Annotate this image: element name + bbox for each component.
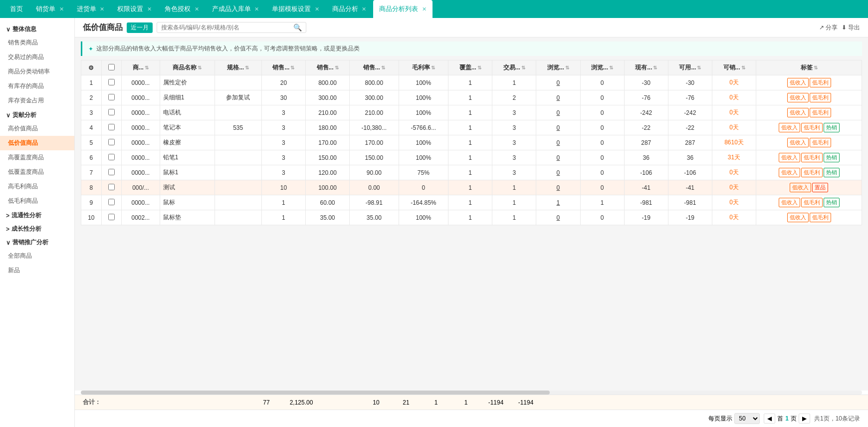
export-btn[interactable]: ⬇ 导出	[842, 23, 860, 32]
row-checkbox[interactable]	[101, 105, 121, 120]
col-spec[interactable]: 规格...⇅	[215, 60, 261, 75]
row-q7[interactable]: 0	[536, 135, 580, 150]
row-checkbox[interactable]	[101, 120, 121, 135]
col-tags[interactable]: 标签⇅	[756, 60, 862, 75]
sidebar-group-growth[interactable]: > 成长性分析	[0, 222, 74, 235]
row-check[interactable]	[108, 184, 115, 190]
browse-link[interactable]: 0	[557, 94, 560, 101]
sidebar-item-new-products[interactable]: 新品	[0, 263, 74, 278]
row-check[interactable]	[108, 109, 115, 115]
sidebar-item-low-coverage[interactable]: 低覆盖度商品	[0, 165, 74, 179]
sidebar-item-category-rate[interactable]: 商品分类动销率	[0, 64, 74, 79]
sidebar-item-sales-products[interactable]: 销售类商品	[0, 35, 74, 50]
browse-link[interactable]: 0	[557, 79, 560, 86]
row-q7[interactable]: 0	[536, 90, 580, 105]
col-margin[interactable]: 毛利率⇅	[399, 60, 448, 75]
first-page-btn[interactable]: ◀	[764, 414, 775, 424]
row-checkbox[interactable]	[101, 150, 121, 165]
sidebar-group-contribution[interactable]: ∨ 贡献分析	[0, 108, 74, 121]
col-sales-qty[interactable]: 销售...⇅	[261, 60, 305, 75]
sidebar-item-high-value[interactable]: 高价值商品	[0, 121, 74, 136]
sidebar-group-overall[interactable]: ∨ 整体信息	[0, 22, 74, 35]
nav-purchase[interactable]: 进货单 ✕	[71, 0, 111, 18]
select-all-checkbox[interactable]	[108, 64, 115, 70]
browse-link[interactable]: 0	[557, 124, 560, 131]
horizontal-scrollbar[interactable]	[81, 391, 862, 395]
nav-product-list[interactable]: 商品分析列表 ✕	[373, 0, 433, 18]
filter-month-btn[interactable]: 近一月	[127, 22, 153, 33]
row-check[interactable]	[108, 124, 115, 130]
row-checkbox[interactable]	[101, 195, 121, 210]
col-current[interactable]: 现有...⇅	[624, 60, 668, 75]
row-q7[interactable]: 1	[536, 195, 580, 210]
row-check[interactable]	[108, 154, 115, 160]
close-icon[interactable]: ✕	[315, 6, 319, 12]
row-check[interactable]	[108, 214, 115, 220]
col-sales-amt[interactable]: 销售...⇅	[305, 60, 349, 75]
browse-link[interactable]: 0	[557, 109, 560, 116]
sidebar-item-in-stock[interactable]: 有库存的商品	[0, 79, 74, 93]
row-checkbox[interactable]	[101, 210, 121, 225]
close-icon[interactable]: ✕	[100, 6, 104, 12]
share-btn[interactable]: ↗ 分享	[819, 23, 838, 32]
col-check[interactable]	[101, 60, 121, 75]
nav-sales[interactable]: 销货单 ✕	[30, 0, 70, 18]
col-saleable[interactable]: 可销...⇅	[712, 60, 756, 75]
nav-product-analysis[interactable]: 商品分析 ✕	[326, 0, 373, 18]
sidebar-item-traded[interactable]: 交易过的商品	[0, 50, 74, 64]
nav-home[interactable]: 首页	[4, 0, 29, 18]
row-q7[interactable]: 0	[536, 210, 580, 225]
row-check[interactable]	[108, 139, 115, 145]
close-icon[interactable]: ✕	[254, 6, 259, 12]
sidebar-item-high-coverage[interactable]: 高覆盖度商品	[0, 150, 74, 165]
col-gear[interactable]: ⚙	[81, 60, 102, 75]
row-check[interactable]	[108, 94, 115, 100]
row-checkbox[interactable]	[101, 165, 121, 180]
sidebar-item-all-products[interactable]: 全部商品	[0, 249, 74, 263]
row-q7[interactable]: 0	[536, 180, 580, 195]
next-page-btn[interactable]: ▶	[799, 414, 810, 424]
search-input[interactable]	[161, 24, 293, 31]
nav-permission[interactable]: 权限设置 ✕	[111, 0, 158, 18]
close-icon[interactable]: ✕	[195, 6, 199, 12]
col-name[interactable]: 商品名称⇅	[160, 60, 215, 75]
nav-product-in[interactable]: 产成品入库单 ✕	[206, 0, 265, 18]
col-available[interactable]: 可用...⇅	[668, 60, 712, 75]
col-sales-other[interactable]: 销售...⇅	[350, 60, 399, 75]
row-check[interactable]	[108, 169, 115, 175]
row-q7[interactable]: 0	[536, 105, 580, 120]
row-check[interactable]	[108, 79, 115, 85]
row-check[interactable]	[108, 199, 115, 205]
close-icon[interactable]: ✕	[422, 6, 427, 12]
browse-link[interactable]: 0	[557, 139, 560, 146]
close-icon[interactable]: ✕	[362, 6, 366, 12]
sidebar-item-high-margin[interactable]: 高毛利商品	[0, 179, 74, 194]
sidebar-group-marketing[interactable]: ∨ 营销推广分析	[0, 235, 74, 249]
row-q7[interactable]: 0	[536, 120, 580, 135]
browse-link[interactable]: 0	[557, 214, 560, 221]
scrollbar-thumb[interactable]	[81, 391, 550, 395]
sidebar-item-stock-capital[interactable]: 库存资金占用	[0, 93, 74, 108]
close-icon[interactable]: ✕	[59, 6, 64, 12]
row-checkbox[interactable]	[101, 135, 121, 150]
browse-link[interactable]: 1	[557, 199, 560, 206]
browse-link[interactable]: 0	[557, 184, 560, 191]
col-browse1[interactable]: 浏览...⇅	[536, 60, 580, 75]
sidebar-item-low-value[interactable]: 低价值商品	[0, 136, 74, 150]
col-coverage[interactable]: 覆盖...⇅	[448, 60, 492, 75]
nav-template[interactable]: 单据模板设置 ✕	[266, 0, 325, 18]
close-icon[interactable]: ✕	[147, 6, 152, 12]
row-checkbox[interactable]	[101, 75, 121, 90]
table-container[interactable]: ⚙ 商...⇅ 商品名称⇅ 规格...⇅ 销售...⇅ 销售...⇅ 销售...…	[75, 60, 868, 391]
search-icon[interactable]: 🔍	[293, 23, 302, 31]
row-q7[interactable]: 0	[536, 150, 580, 165]
nav-role[interactable]: 角色授权 ✕	[159, 0, 205, 18]
row-checkbox[interactable]	[101, 90, 121, 105]
col-trade[interactable]: 交易...⇅	[492, 60, 536, 75]
per-page-select[interactable]: 50 100 200	[734, 413, 760, 424]
col-browse2[interactable]: 浏览...⇅	[580, 60, 624, 75]
row-q7[interactable]: 0	[536, 165, 580, 180]
browse-link[interactable]: 0	[557, 154, 560, 161]
sidebar-group-liquidity[interactable]: > 流通性分析	[0, 208, 74, 222]
row-q7[interactable]: 0	[536, 75, 580, 90]
